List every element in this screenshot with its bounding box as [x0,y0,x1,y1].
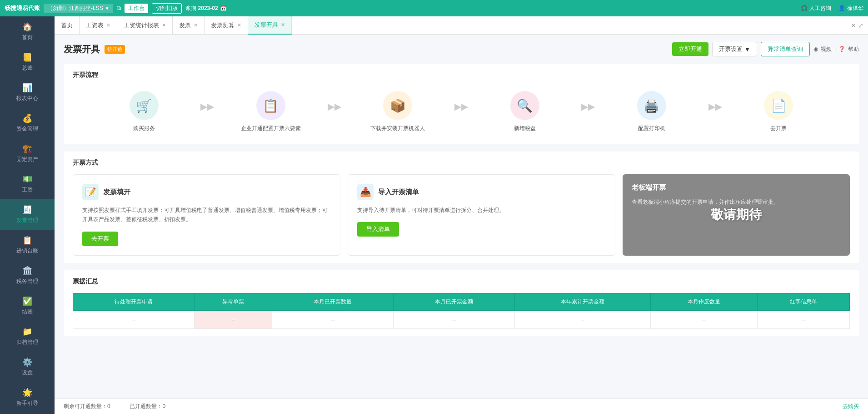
tab-bar: 首页 工资表 ✕ 工资统计报表 ✕ 发票 ✕ 发票测算 ✕ 发票开具 ✕ [55,16,868,35]
user-name: 徐泽华 [847,5,863,12]
user-avatar-icon: 👤 [838,5,845,11]
period-selector[interactable]: 账期 2023-02 📅 [185,5,227,12]
sidebar-item-finance[interactable]: 💰 资金管理 [0,108,55,138]
cell-month-amount: -- [394,310,515,328]
tab-invoice-calc-close[interactable]: ✕ [237,22,241,28]
sidebar-item-archive[interactable]: 📁 归档管理 [0,321,55,352]
sidebar-item-settings[interactable]: ⚙️ 设置 [0,352,55,382]
sidebar-item-invoice[interactable]: 🧾 发票管理 [0,199,55,230]
flow-step-4: 🔍 新增税盘 [472,91,578,132]
sidebar-label-finance: 资金管理 [16,125,38,133]
flow-step-1: 🛒 购买服务 [91,91,197,132]
top-bar-right: 🎧 人工咨询 👤 徐泽华 [801,5,863,12]
tab-salary-report-close[interactable]: ✕ [162,22,166,28]
sidebar-item-purchases[interactable]: 📋 进销台账 [0,230,55,260]
tab-salary-report[interactable]: 工资统计报表 ✕ [117,16,173,35]
tab-invoice-open[interactable]: 发票开具 ✕ [248,16,292,35]
flow-step-3: 📦 下载并安装开票机器人 [345,91,451,132]
settings-down-icon: ▼ [744,46,750,53]
service-label: 人工咨询 [809,5,831,12]
import-title-label: 导入开票清单 [378,188,419,197]
sidebar-item-ledger[interactable]: 📒 总账 [0,47,55,77]
tab-home[interactable]: 首页 [55,16,80,35]
purchases-icon: 📋 [22,235,32,245]
reports-icon: 📊 [22,83,32,93]
page-header-btns: 立即开通 开票设置 ▼ 异常清单查询 ◉ 视频 | ❓ 帮助 [672,42,859,56]
settings-button[interactable]: 开票设置 ▼ [712,42,757,56]
top-bar-left: 畅捷通易代账 （勿删）江西服坐-LSS ▼ ⧉ 工作台 切到旧版 账期 2023… [5,3,227,14]
close-all-icon[interactable]: ✕ [851,22,856,29]
service-link[interactable]: 🎧 人工咨询 [801,5,831,12]
video-icon[interactable]: ◉ [813,46,818,52]
question-icon[interactable]: ❓ [838,46,845,52]
sidebar-item-home[interactable]: 🏠 首页 [0,16,55,47]
sidebar-item-tax[interactable]: 🏛️ 税务管理 [0,260,55,291]
anomaly-button[interactable]: 异常清单查询 [761,42,810,56]
sidebar-label-tax: 税务管理 [16,278,38,285]
open-now-button[interactable]: 立即开通 [672,42,708,56]
import-icon: 📥 [357,184,374,200]
period-value: 2023-02 [198,5,218,11]
step1-icon: 🛒 [130,91,159,120]
sidebar-item-guide[interactable]: 🌟 新手引导 [0,382,55,413]
content-area: 首页 工资表 ✕ 工资统计报表 ✕ 发票 ✕ 发票测算 ✕ 发票开具 ✕ [55,16,868,414]
sidebar-label-assets: 固定资产 [16,156,38,163]
assets-icon: 🏗️ [22,144,32,154]
copy-icon[interactable]: ⧉ [117,5,121,12]
tab-invoice-open-close[interactable]: ✕ [281,22,285,28]
step1-label: 购买服务 [133,125,155,132]
guide-icon: 🌟 [22,388,32,398]
tab-invoice-close[interactable]: ✕ [194,22,198,28]
step3-icon: 📦 [383,91,412,120]
tab-invoice[interactable]: 发票 ✕ [173,16,205,35]
sidebar-item-close[interactable]: ✅ 结账 [0,291,55,321]
step3-label: 下载并安装开票机器人 [370,125,425,132]
workspace-button[interactable]: 工作台 [125,4,148,13]
sidebar-label-salary: 工资 [22,186,33,194]
switch-version-button[interactable]: 切到旧版 [152,3,182,14]
user-profile[interactable]: 👤 徐泽华 [838,5,863,12]
step2-label: 企业开通配置开票六要素 [241,125,301,132]
restore-icon[interactable]: ⤢ [858,22,863,29]
summary-section: 票据汇总 待处理开票申请 异常单票 本月已开票数量 本月已开票金额 本年累计开票… [64,270,859,336]
manual-icon: 📝 [82,184,99,200]
import-desc: 支持导入待开票清单，可对待开票清单进行拆分、合并处理。 [357,206,606,215]
finance-icon: 💰 [22,113,32,123]
col-month-amount: 本月已开票金额 [394,293,515,310]
flow-section-title: 开票流程 [73,71,850,79]
step5-label: 配置打印机 [638,125,665,132]
method-cards: 📝 发票填开 支持按照发票样式手工填开发票；可开具增值税电子普通发票、增值税普通… [73,174,850,256]
go-open-ticket-button[interactable]: 去开票 [82,232,118,246]
home-icon: 🏠 [22,22,32,32]
period-label: 账期 [185,5,196,12]
sidebar-item-assets[interactable]: 🏗️ 固定资产 [0,138,55,169]
bottom-bar-info: 剩余可开通数量：0 已开通数量：0 [64,403,165,410]
sidebar-item-reports[interactable]: 📊 报表中心 [0,77,55,108]
summary-section-title: 票据汇总 [73,278,850,286]
step6-label: 去开票 [770,125,787,132]
col-month-count: 本月已开票数量 [272,293,394,310]
company-selector[interactable]: （勿删）江西服坐-LSS ▼ [44,4,113,13]
invoice-icon: 🧾 [22,205,32,215]
col-year-amount: 本年累计开票金额 [515,293,650,310]
tab-invoice-calc[interactable]: 发票测算 ✕ [205,16,248,35]
buy-link[interactable]: 去购买 [843,403,859,410]
cell-year-amount: -- [515,310,650,328]
sidebar-item-salary[interactable]: 💵 工资 [0,169,55,199]
tab-salary[interactable]: 工资表 ✕ [80,16,117,35]
import-list-button[interactable]: 导入清单 [357,222,399,237]
salary-icon: 💵 [22,174,32,184]
company-name: （勿删）江西服坐-LSS [47,5,103,12]
cell-void-count: -- [650,310,757,328]
sidebar-label-purchases: 进销台账 [16,247,38,255]
boss-card-desc: 查看老板端小程序提交的开票申请，并作出相应处理暨审批。 [632,197,841,207]
company-arrow-icon: ▼ [105,6,110,11]
bottom-bar: 剩余可开通数量：0 已开通数量：0 去购买 [55,399,868,414]
tab-salary-close[interactable]: ✕ [106,22,110,28]
calendar-icon[interactable]: 📅 [220,5,227,11]
arrow3: ▶▶ [451,101,472,112]
arrow5: ▶▶ [705,101,726,112]
view-label: 视频 [821,45,832,53]
sidebar-label-close: 结账 [22,308,33,316]
sidebar-label-reports: 报表中心 [16,95,38,102]
